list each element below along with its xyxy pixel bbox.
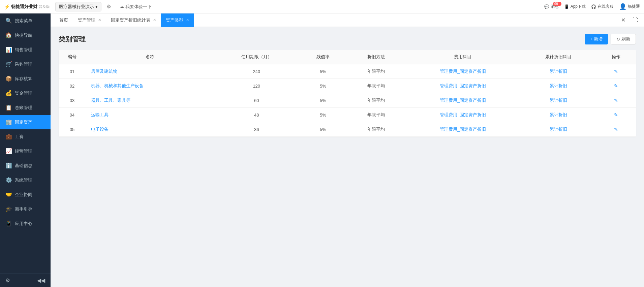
sidebar-item-inventory[interactable]: 📦 库存核算 — [0, 71, 51, 86]
tab-depreciation-table[interactable]: 固定资产折旧统计表 ✕ — [106, 13, 161, 27]
page-title: 类别管理 — [59, 35, 86, 44]
edit-icon-1[interactable]: ✎ — [614, 83, 618, 89]
tab-asset-management[interactable]: 资产管理 ✕ — [73, 13, 106, 27]
cell-accumulated-4[interactable]: 累计折旧 — [521, 122, 596, 137]
cell-action-4: ✎ — [596, 122, 636, 137]
avatar: 👤 — [619, 3, 626, 10]
edit-icon-3[interactable]: ✎ — [614, 112, 618, 118]
cell-name-4[interactable]: 电子设备 — [86, 122, 214, 137]
cell-action-2: ✎ — [596, 93, 636, 108]
tab-asset-type[interactable]: 资产类型 ✕ — [161, 13, 194, 27]
collapse-sidebar-icon[interactable]: ◀◀ — [37, 277, 45, 284]
download-icon: 📱 — [564, 4, 569, 9]
cell-expense-4[interactable]: 管理费用_固定资产折旧 — [405, 122, 521, 137]
sidebar-label-sales: 销售管理 — [15, 47, 32, 53]
cell-accumulated-1[interactable]: 累计折旧 — [521, 79, 596, 93]
refresh-button[interactable]: ↻ 刷新 — [611, 34, 636, 44]
tab-depreciation-table-close[interactable]: ✕ — [153, 18, 156, 22]
tab-asset-type-label: 资产类型 — [166, 17, 183, 23]
cell-id-1: 02 — [59, 79, 86, 93]
cell-expense-2[interactable]: 管理费用_固定资产折旧 — [405, 93, 521, 108]
customer-service-label: 在线客服 — [597, 4, 614, 9]
message-button[interactable]: 💬 消息 99+ — [544, 4, 559, 9]
cell-accumulated-2[interactable]: 累计折旧 — [521, 93, 596, 108]
cell-name-0[interactable]: 房屋及建筑物 — [86, 64, 214, 79]
cell-id-4: 05 — [59, 122, 86, 137]
sidebar-item-guide[interactable]: 🎓 新手引导 — [0, 202, 51, 216]
cell-expense-1[interactable]: 管理费用_固定资产折旧 — [405, 79, 521, 93]
close-tab-button[interactable]: ✕ — [618, 15, 628, 25]
sidebar-item-search[interactable]: 🔍 搜索菜单 — [0, 13, 51, 28]
sidebar-item-cooperation[interactable]: 🤝 企业协同 — [0, 187, 51, 202]
sidebar-item-payroll[interactable]: 💼 工资 — [0, 129, 51, 144]
cell-accumulated-3[interactable]: 累计折旧 — [521, 108, 596, 122]
module-name: 医疗器械行业演示 — [59, 4, 94, 10]
cell-name-1[interactable]: 机器、机械和其他生产设备 — [86, 79, 214, 93]
cell-method-2: 年限平均 — [347, 93, 405, 108]
customer-service-button[interactable]: 🎧 在线客服 — [591, 4, 614, 9]
experience-button[interactable]: ☁ 我要体验一下 — [116, 2, 155, 11]
cell-name-3[interactable]: 运输工具 — [86, 108, 214, 122]
edit-icon-4[interactable]: ✎ — [614, 127, 618, 132]
tab-asset-management-close[interactable]: ✕ — [98, 18, 101, 22]
search-icon: 🔍 — [5, 18, 12, 24]
sidebar-item-fixed-assets[interactable]: 🏢 固定资产 — [0, 115, 51, 129]
cell-residual-0: 5% — [299, 64, 347, 79]
app-center-icon: 📱 — [5, 220, 12, 227]
experience-label: 我要体验一下 — [125, 4, 152, 10]
content-area: 首页 资产管理 ✕ 固定资产折旧统计表 ✕ 资产类型 ✕ ✕ ⛶ 类别管理 — [51, 13, 644, 287]
app-download-button[interactable]: 📱 App下载 — [564, 4, 586, 9]
tab-asset-management-label: 资产管理 — [78, 17, 95, 23]
refresh-label: 刷新 — [621, 36, 630, 42]
sidebar-item-operations[interactable]: 📈 经营管理 — [0, 144, 51, 158]
cell-expense-0[interactable]: 管理费用_固定资产折旧 — [405, 64, 521, 79]
asset-type-table: 编号 名称 使用期限（月） 残值率 折旧方法 费用科目 累计折旧科目 操作 01… — [59, 50, 636, 137]
col-id: 编号 — [59, 50, 86, 64]
tab-home-label: 首页 — [59, 17, 68, 23]
cooperation-icon: 🤝 — [5, 191, 12, 198]
page-content: 类别管理 + 新增 ↻ 刷新 编号 名称 使用期限（月） — [51, 27, 644, 287]
cell-name-2[interactable]: 器具、工具、家具等 — [86, 93, 214, 108]
sales-icon: 📊 — [5, 46, 12, 53]
table-row: 01 房屋及建筑物 240 5% 年限平均 管理费用_固定资产折旧 累计折旧 ✎ — [59, 64, 636, 79]
cell-action-3: ✎ — [596, 108, 636, 122]
message-badge: 99+ — [553, 2, 561, 6]
page-title-row: 类别管理 + 新增 ↻ 刷新 — [59, 34, 636, 44]
sidebar-item-app-center[interactable]: 📱 应用中心 — [0, 216, 51, 231]
sidebar-item-basic-info[interactable]: ℹ️ 基础信息 — [0, 158, 51, 173]
top-bar-right: 💬 消息 99+ 📱 App下载 🎧 在线客服 👤 畅捷通 — [544, 3, 640, 10]
expand-tab-button[interactable]: ⛶ — [631, 15, 640, 25]
new-button[interactable]: + 新增 — [585, 34, 608, 44]
sidebar-label-quick-nav: 快捷导航 — [15, 32, 32, 38]
table-row: 05 电子设备 36 5% 年限平均 管理费用_固定资产折旧 累计折旧 ✎ — [59, 122, 636, 137]
edit-icon-0[interactable]: ✎ — [614, 69, 618, 74]
app-logo-icon: ⚡ — [4, 4, 10, 9]
fixed-assets-icon: 🏢 — [5, 119, 12, 125]
basic-info-icon: ℹ️ — [5, 162, 12, 169]
tab-home[interactable]: 首页 — [55, 13, 73, 27]
tab-asset-type-close[interactable]: ✕ — [186, 18, 189, 22]
sidebar-label-capital: 资金管理 — [15, 90, 32, 96]
edit-icon-2[interactable]: ✎ — [614, 98, 618, 103]
sidebar-item-capital[interactable]: 💰 资金管理 — [0, 86, 51, 100]
sidebar-item-purchase[interactable]: 🛒 采购管理 — [0, 57, 51, 71]
module-selector[interactable]: 医疗器械行业演示 ▾ — [55, 2, 101, 11]
user-menu[interactable]: 👤 畅捷通 — [619, 3, 640, 10]
sidebar-label-ledger: 总账管理 — [15, 105, 32, 111]
cell-period-3: 48 — [214, 108, 299, 122]
settings-button[interactable]: ⚙ — [104, 2, 114, 11]
system-icon: ⚙️ — [5, 177, 12, 183]
sidebar-label-payroll: 工资 — [15, 134, 24, 140]
settings-bottom-icon[interactable]: ⚙ — [5, 277, 10, 284]
sidebar-label-purchase: 采购管理 — [15, 61, 32, 67]
cell-accumulated-0[interactable]: 累计折旧 — [521, 64, 596, 79]
sidebar-item-quick-nav[interactable]: 🏠 快捷导航 — [0, 28, 51, 42]
sidebar-item-sales[interactable]: 📊 销售管理 — [0, 42, 51, 57]
sidebar-item-system[interactable]: ⚙️ 系统管理 — [0, 173, 51, 187]
tab-bar: 首页 资产管理 ✕ 固定资产折旧统计表 ✕ 资产类型 ✕ ✕ ⛶ — [51, 13, 644, 27]
sidebar-item-ledger[interactable]: 📋 总账管理 — [0, 100, 51, 115]
table-row: 02 机器、机械和其他生产设备 120 5% 年限平均 管理费用_固定资产折旧 … — [59, 79, 636, 93]
col-method: 折旧方法 — [347, 50, 405, 64]
cell-expense-3[interactable]: 管理费用_固定资产折旧 — [405, 108, 521, 122]
col-period: 使用期限（月） — [214, 50, 299, 64]
